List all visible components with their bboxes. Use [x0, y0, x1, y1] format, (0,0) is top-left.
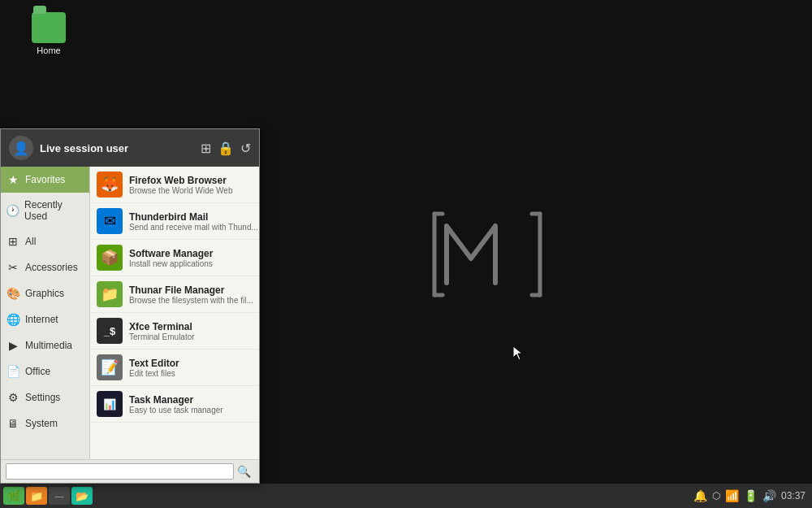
- text-editor-name: Text Editor: [129, 358, 253, 369]
- sidebar-item-accessories[interactable]: ✂ Accessories: [1, 254, 89, 280]
- terminal-button[interactable]: —: [49, 487, 70, 505]
- sidebar-label-office: Office: [25, 366, 50, 377]
- sidebar-label-favorites: Favorites: [25, 174, 65, 185]
- text-editor-info: Text Editor Edit text files: [129, 358, 253, 378]
- app-item-software-manager[interactable]: 📦 Software Manager Install new applicati…: [90, 240, 259, 276]
- app-item-task-manager[interactable]: 📊 Task Manager Easy to use task manager: [90, 386, 259, 423]
- thunar-info: Thunar File Manager Browse the filesyste…: [129, 284, 253, 305]
- volume-icon[interactable]: 🔊: [762, 489, 776, 502]
- software-manager-info: Software Manager Install new application…: [129, 248, 253, 268]
- firefox-desc: Browse the World Wide Web: [129, 186, 253, 195]
- graphics-icon: 🎨: [6, 287, 20, 300]
- task-manager-info: Task Manager Easy to use task manager: [129, 394, 253, 415]
- firefox-icon: 🦊: [97, 172, 123, 198]
- thunar-desc: Browse the filesystem with the fil...: [129, 296, 253, 305]
- settings-icon: ⚙: [6, 391, 20, 404]
- sidebar-item-recently-used[interactable]: 🕐 Recently Used: [1, 193, 89, 228]
- firefox-name: Firefox Web Browser: [129, 175, 253, 186]
- all-icon: ⊞: [6, 235, 20, 248]
- home-desktop-icon[interactable]: Home: [20, 12, 77, 55]
- accessories-icon: ✂: [6, 261, 20, 274]
- app-item-xfce-terminal[interactable]: _$ Xfce Terminal Terminal Emulator: [90, 313, 259, 350]
- home-icon-label: Home: [37, 46, 60, 55]
- user-avatar: 👤: [9, 136, 33, 160]
- thunderbird-desc: Send and receive mail with Thund...: [129, 223, 258, 232]
- bell-icon[interactable]: 🔔: [693, 489, 707, 502]
- menu-apps-list: 🦊 Firefox Web Browser Browse the World W…: [90, 167, 259, 459]
- multimedia-icon: ▶: [6, 339, 20, 352]
- sidebar-label-all: All: [25, 236, 36, 247]
- firefox-info: Firefox Web Browser Browse the World Wid…: [129, 175, 253, 195]
- favorites-icon: ★: [6, 173, 20, 186]
- task-manager-name: Task Manager: [129, 394, 253, 406]
- sidebar-item-multimedia[interactable]: ▶ Multimedia: [1, 332, 89, 358]
- mint-logo: [430, 206, 544, 303]
- files-button[interactable]: 📁: [26, 487, 47, 505]
- software-manager-icon: 📦: [97, 245, 123, 271]
- svg-marker-0: [513, 346, 522, 360]
- thunderbird-icon: ✉: [97, 208, 123, 234]
- internet-icon: 🌐: [6, 313, 20, 326]
- sidebar-label-multimedia: Multimedia: [25, 340, 72, 351]
- sidebar-label-settings: Settings: [25, 392, 60, 403]
- search-input[interactable]: [6, 463, 234, 480]
- terminal-desc: Terminal Emulator: [129, 332, 253, 341]
- home-folder-icon: [32, 12, 66, 43]
- terminal-icon: _$: [97, 318, 123, 344]
- sidebar-label-accessories: Accessories: [25, 262, 78, 273]
- thunderbird-name: Thunderbird Mail: [129, 211, 258, 223]
- menu-body: ★ Favorites 🕐 Recently Used ⊞ All ✂ Acce…: [1, 167, 259, 459]
- text-editor-desc: Edit text files: [129, 369, 253, 378]
- search-button[interactable]: 🔍: [234, 465, 254, 478]
- sidebar-label-system: System: [25, 418, 58, 429]
- thunar-name: Thunar File Manager: [129, 284, 253, 296]
- taskbar: 🌿 📁 — 📂 🔔 ⬡ 📶 🔋 🔊 03:37: [0, 484, 812, 508]
- menu-lock-icon[interactable]: 🔒: [218, 141, 234, 156]
- wifi-icon[interactable]: 📶: [725, 489, 739, 502]
- mouse-cursor: [513, 346, 523, 361]
- office-icon: 📄: [6, 365, 20, 378]
- menu-logout-icon[interactable]: ↺: [240, 141, 251, 156]
- text-editor-icon: 📝: [97, 354, 123, 380]
- system-icon: 🖥: [6, 417, 20, 430]
- recently-used-icon: 🕐: [6, 204, 19, 217]
- terminal-info: Xfce Terminal Terminal Emulator: [129, 321, 253, 341]
- start-menu: 👤 Live session user ⊞ 🔒 ↺ ★ Favorites 🕐 …: [0, 128, 260, 484]
- software-manager-name: Software Manager: [129, 248, 253, 259]
- sidebar-item-all[interactable]: ⊞ All: [1, 228, 89, 254]
- taskbar-left: 🌿 📁 — 📂: [3, 487, 93, 505]
- task-manager-desc: Easy to use task manager: [129, 406, 253, 415]
- sidebar-label-recently-used: Recently Used: [24, 199, 84, 222]
- menu-header: 👤 Live session user ⊞ 🔒 ↺: [1, 129, 259, 167]
- menu-username: Live session user: [40, 142, 194, 154]
- thunar-icon: 📁: [97, 281, 123, 307]
- task-manager-icon: 📊: [97, 391, 123, 417]
- software-manager-desc: Install new applications: [129, 259, 253, 268]
- app-item-text-editor[interactable]: 📝 Text Editor Edit text files: [90, 350, 259, 386]
- file-manager-button[interactable]: 📂: [71, 487, 93, 505]
- menu-search-bar: 🔍: [1, 459, 259, 483]
- app-item-firefox[interactable]: 🦊 Firefox Web Browser Browse the World W…: [90, 167, 259, 203]
- desktop: Home 👤 Live session user ⊞ 🔒 ↺ ★ Favorit…: [0, 0, 812, 508]
- sidebar-label-internet: Internet: [25, 314, 58, 325]
- sidebar-item-internet[interactable]: 🌐 Internet: [1, 306, 89, 332]
- menu-sidebar: ★ Favorites 🕐 Recently Used ⊞ All ✂ Acce…: [1, 167, 90, 459]
- start-menu-button[interactable]: 🌿: [3, 487, 24, 505]
- terminal-name: Xfce Terminal: [129, 321, 253, 332]
- menu-header-icons: ⊞ 🔒 ↺: [201, 141, 251, 156]
- sidebar-label-graphics: Graphics: [25, 288, 64, 299]
- bluetooth-icon[interactable]: ⬡: [712, 490, 720, 501]
- sidebar-item-settings[interactable]: ⚙ Settings: [1, 384, 89, 410]
- battery-icon[interactable]: 🔋: [744, 489, 758, 502]
- sidebar-item-system[interactable]: 🖥 System: [1, 410, 89, 436]
- sidebar-item-favorites[interactable]: ★ Favorites: [1, 167, 89, 193]
- thunderbird-info: Thunderbird Mail Send and receive mail w…: [129, 211, 258, 232]
- app-item-thunar[interactable]: 📁 Thunar File Manager Browse the filesys…: [90, 276, 259, 313]
- taskbar-right: 🔔 ⬡ 📶 🔋 🔊 03:37: [693, 489, 809, 502]
- system-time: 03:37: [781, 490, 806, 501]
- menu-screenshot-icon[interactable]: ⊞: [201, 141, 211, 156]
- app-item-thunderbird[interactable]: ✉ Thunderbird Mail Send and receive mail…: [90, 203, 259, 240]
- sidebar-item-office[interactable]: 📄 Office: [1, 358, 89, 384]
- sidebar-item-graphics[interactable]: 🎨 Graphics: [1, 280, 89, 306]
